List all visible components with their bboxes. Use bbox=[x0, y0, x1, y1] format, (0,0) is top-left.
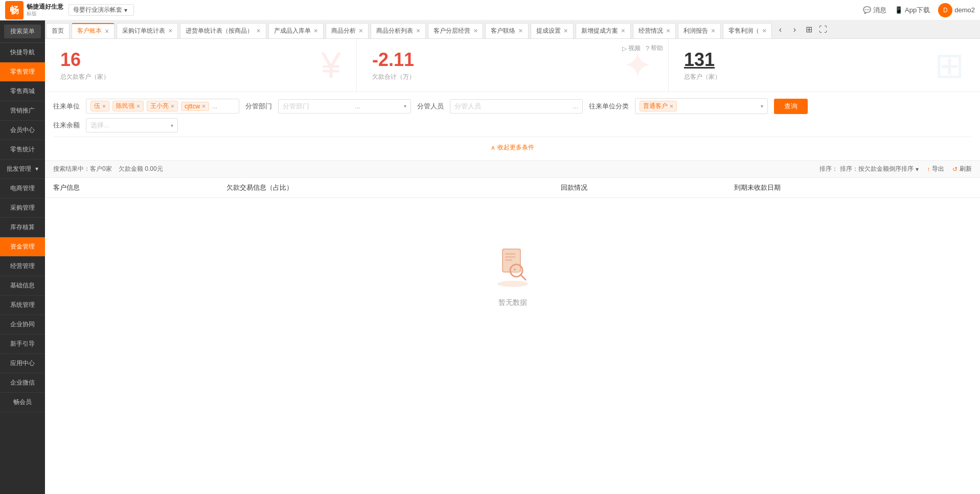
tab-close-profit-report[interactable]: × bbox=[711, 27, 715, 35]
tab-customer-segment[interactable]: 客户分层经营 × bbox=[428, 23, 483, 38]
video-btn[interactable]: ▷ 视频 bbox=[622, 44, 641, 53]
sidebar-item-retail-store[interactable]: 零售商城 bbox=[0, 82, 45, 101]
tab-label: 商品分析 bbox=[331, 27, 356, 35]
tab-retail-profit[interactable]: 零售利润（ × bbox=[723, 23, 772, 38]
sidebar-item-finance[interactable]: 资金管理 bbox=[0, 237, 45, 257]
tab-menu-btn[interactable]: ⊞ bbox=[803, 24, 815, 36]
balance-placeholder: 选择... bbox=[90, 121, 109, 130]
stat-label-3: 总客户（家） bbox=[684, 73, 721, 81]
sidebar-item-retail-mgmt[interactable]: 零售管理 bbox=[0, 62, 45, 82]
sidebar-item-wholesale[interactable]: 批发管理 ▾ bbox=[0, 160, 45, 179]
sidebar-item-member[interactable]: 会员中心 bbox=[0, 121, 45, 140]
stat-value-3: 131 bbox=[684, 49, 721, 71]
tag-common-customer[interactable]: 普通客户 × bbox=[640, 101, 677, 111]
dept-more-icon[interactable]: ... bbox=[355, 102, 360, 110]
tab-new-achievement[interactable]: 新增提成方案 × bbox=[576, 23, 631, 38]
tag-chen[interactable]: 陈民强 × bbox=[112, 101, 144, 111]
sidebar-item-ecommerce[interactable]: 电商管理 bbox=[0, 179, 45, 198]
sidebar-item-basic-info[interactable]: 基础信息 bbox=[0, 276, 45, 296]
tab-product-analysis[interactable]: 商品分析 × bbox=[326, 23, 369, 38]
sidebar-item-app-center[interactable]: 应用中心 bbox=[0, 354, 45, 373]
sidebar-item-inventory[interactable]: 库存核算 bbox=[0, 218, 45, 237]
tag-close-wang[interactable]: × bbox=[171, 103, 174, 110]
tab-close-customer-segment[interactable]: × bbox=[473, 27, 477, 35]
tag-close-cjttcw[interactable]: × bbox=[202, 103, 206, 110]
refresh-btn[interactable]: ↺ 刷新 bbox=[952, 165, 972, 173]
tab-close-operation-status[interactable]: × bbox=[666, 27, 670, 35]
tag-text: cjttcw bbox=[185, 103, 200, 110]
person-more-icon[interactable]: ... bbox=[573, 102, 578, 110]
tag-close-common[interactable]: × bbox=[670, 103, 673, 110]
sidebar-item-wechat[interactable]: 企业微信 bbox=[0, 373, 45, 393]
search-button[interactable]: 查询 bbox=[774, 99, 808, 114]
tab-customer-contact[interactable]: 客户联络 × bbox=[485, 23, 528, 38]
tab-close-product-analysis[interactable]: × bbox=[359, 27, 363, 35]
unit-type-label: 往来单位分类 bbox=[589, 102, 629, 111]
tab-commission-settings[interactable]: 提成设置 × bbox=[531, 23, 574, 38]
tag-more-btn[interactable]: ... bbox=[212, 103, 217, 110]
sidebar-item-marketing[interactable]: 营销推广 bbox=[0, 101, 45, 121]
search-menu-btn[interactable]: 搜索菜单 bbox=[4, 25, 41, 38]
app-download-btn[interactable]: 📱 App下载 bbox=[895, 6, 930, 15]
tab-home[interactable]: 首页 bbox=[46, 23, 70, 38]
tab-close-product-inbound[interactable]: × bbox=[314, 27, 318, 35]
collapse-btn[interactable]: ∧ 收起更多条件 bbox=[485, 141, 540, 154]
sidebar-search[interactable]: 搜索菜单 bbox=[0, 20, 45, 43]
tab-close-purchase-stat[interactable]: × bbox=[256, 27, 260, 35]
dept-select[interactable]: 分管部门 ... ▾ bbox=[278, 99, 411, 114]
tab-close-new-achievement[interactable]: × bbox=[621, 27, 625, 35]
export-btn[interactable]: ↑ 导出 bbox=[927, 165, 944, 173]
sidebar-item-operation[interactable]: 经营管理 bbox=[0, 257, 45, 276]
tab-close-accounts[interactable]: × bbox=[105, 27, 109, 35]
tab-profit-report[interactable]: 利润报告 × bbox=[678, 23, 721, 38]
collapse-row: ∧ 收起更多条件 bbox=[53, 137, 972, 154]
sidebar-item-enterprise[interactable]: 企业协同 bbox=[0, 315, 45, 334]
tag-wu[interactable]: 伍 × bbox=[90, 101, 109, 111]
stat-content-3: 131 总客户（家） bbox=[684, 49, 721, 81]
stat-label-2: 欠款合计（万） bbox=[372, 73, 415, 81]
person-select[interactable]: 分管人员 ... bbox=[450, 99, 583, 114]
tab-label: 客户账本 bbox=[77, 27, 102, 35]
tab-close-commission-settings[interactable]: × bbox=[564, 27, 568, 35]
tab-label: 首页 bbox=[52, 27, 64, 35]
user-avatar-btn[interactable]: D demo2 bbox=[938, 3, 975, 17]
tag-close-wu[interactable]: × bbox=[102, 103, 106, 110]
tab-purchase-order[interactable]: 采购订单统计表 × bbox=[117, 23, 178, 38]
sort-select[interactable]: 排序： 排序：按欠款金额倒序排序 ▾ bbox=[819, 165, 919, 173]
help-btn[interactable]: ? 帮助 bbox=[646, 44, 663, 53]
tag-cjttcw[interactable]: cjttcw × bbox=[181, 102, 209, 111]
sidebar-item-label: 快捷导航 bbox=[10, 49, 35, 56]
tab-close-purchase-order[interactable]: × bbox=[168, 27, 172, 35]
tab-close-product-analysis-list[interactable]: × bbox=[416, 27, 420, 35]
tab-product-inbound[interactable]: 产成品入库单 × bbox=[268, 23, 324, 38]
top-right-area: 💬 消息 📱 App下载 D demo2 bbox=[863, 3, 975, 17]
refresh-icon: ↺ bbox=[952, 166, 958, 173]
table-empty-row: 暂无数据 bbox=[45, 198, 980, 349]
tag-close-chen[interactable]: × bbox=[136, 103, 140, 110]
tab-operation-status[interactable]: 经营情况 × bbox=[633, 23, 676, 38]
sidebar-item-label: 零售商城 bbox=[10, 87, 35, 95]
sidebar-item-quick-nav[interactable]: 快捷导航 bbox=[0, 43, 45, 62]
tab-fullscreen-btn[interactable]: ⛶ bbox=[817, 24, 829, 36]
sort-label: 排序： bbox=[819, 165, 838, 173]
stat-block-overdue-amount: ✦ -2.11 欠款合计（万） ▷ 视频 ? bbox=[357, 39, 669, 92]
sidebar-item-member2[interactable]: 畅会员 bbox=[0, 393, 45, 412]
account-selector[interactable]: 母婴行业演示帐套 ▾ bbox=[69, 4, 134, 16]
sidebar-item-new-guide[interactable]: 新手引导 bbox=[0, 334, 45, 354]
tab-close-customer-contact[interactable]: × bbox=[518, 27, 522, 35]
sidebar-item-retail-stat[interactable]: 零售统计 bbox=[0, 140, 45, 160]
tag-wang[interactable]: 王小亮 × bbox=[147, 101, 178, 111]
message-btn[interactable]: 💬 消息 bbox=[863, 6, 886, 15]
sidebar-item-system[interactable]: 系统管理 bbox=[0, 296, 45, 315]
unit-type-select[interactable]: 普通客户 × ▾ bbox=[635, 98, 768, 114]
tab-close-retail-profit[interactable]: × bbox=[762, 27, 766, 35]
tab-purchase-stat[interactable]: 进货单统计表（按商品） × bbox=[180, 23, 266, 38]
unit-tags-input[interactable]: 伍 × 陈民强 × 王小亮 × bbox=[86, 99, 239, 114]
sidebar-item-purchase[interactable]: 采购管理 bbox=[0, 198, 45, 218]
tab-scroll-left[interactable]: ‹ bbox=[774, 24, 786, 36]
tab-product-analysis-list[interactable]: 商品分析列表 × bbox=[371, 23, 426, 38]
balance-select[interactable]: 选择... ▾ bbox=[86, 118, 178, 132]
sidebar-item-label: 企业微信 bbox=[10, 379, 35, 386]
tab-accounts[interactable]: 客户账本 × bbox=[72, 23, 115, 38]
tab-scroll-right[interactable]: › bbox=[788, 24, 801, 36]
